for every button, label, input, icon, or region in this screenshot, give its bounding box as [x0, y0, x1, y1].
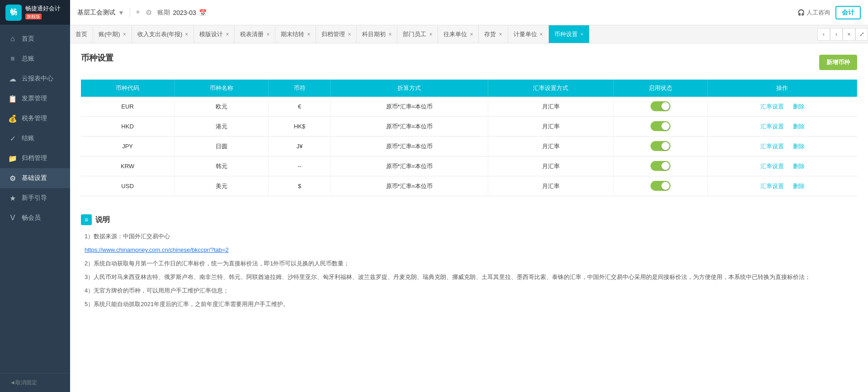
tab-close-icon[interactable]: ×	[307, 31, 310, 38]
rate-setting-link[interactable]: 汇率设置	[760, 183, 784, 189]
tab-close-all-button[interactable]: ×	[843, 28, 855, 41]
cell-symbol: --	[269, 156, 331, 176]
toggle-thumb	[661, 142, 670, 150]
cell-rate-method: 月汇率	[488, 137, 613, 156]
service-button[interactable]: 🎧 人工咨询	[797, 9, 830, 17]
cell-status	[613, 97, 708, 117]
cell-actions: 汇率设置 删除	[708, 156, 857, 176]
calendar-icon[interactable]: 📅	[199, 9, 207, 16]
tab-contacts[interactable]: 往来单位 ×	[438, 25, 479, 43]
sidebar-item-invoice[interactable]: 📋 发票管理	[0, 89, 70, 109]
cell-code: JPY	[81, 137, 175, 156]
topbar: 基层工会测试 ▼ + ⚙ 账期 2023-03 📅 🎧 人工咨询 会计	[70, 0, 868, 25]
toggle-enabled[interactable]	[651, 101, 670, 111]
toggle-track	[651, 181, 670, 191]
account-button[interactable]: 会计	[835, 6, 861, 19]
cell-calc-method: 原币*汇率=本位币	[331, 117, 488, 137]
tab-next-button[interactable]: ›	[830, 28, 843, 41]
table-row: HKD 港元 HK$ 原币*汇率=本位币 月汇率 汇率设置 删除	[81, 117, 857, 137]
toggle-enabled[interactable]	[651, 141, 670, 151]
cell-symbol: HK$	[269, 117, 331, 137]
tab-income-report[interactable]: 收入支出表(年报) ×	[132, 25, 194, 43]
tab-close-icon[interactable]: ×	[499, 31, 502, 38]
note-item: 2）系统自动获取每月第一个工作日的汇率标价，统一为直接标价法，即1外币可以兑换的…	[85, 258, 857, 269]
sidebar-logo: 畅 畅捷通好会计 旗舰版	[0, 0, 70, 25]
member-icon: V	[8, 213, 17, 222]
tab-close-icon[interactable]: ×	[388, 31, 392, 38]
tab-department[interactable]: 部门员工 ×	[397, 25, 438, 43]
table-row: USD 美元 $ 原币*汇率=本位币 月汇率 汇率设置 删除	[81, 176, 857, 196]
invoice-icon: 📋	[8, 94, 17, 103]
delete-link[interactable]: 删除	[793, 103, 805, 110]
tab-close-icon[interactable]: ×	[429, 31, 432, 38]
note-item: https://www.chinamoney.com.cn/chinese/bk…	[85, 244, 857, 256]
tab-archive[interactable]: 归档管理 ×	[316, 25, 357, 43]
sidebar-item-guide[interactable]: ★ 新手引导	[0, 188, 70, 208]
tab-home[interactable]: 首页	[70, 25, 93, 43]
cell-calc-method: 原币*汇率=本位币	[331, 97, 488, 117]
content-area: 币种设置 新增币种 币种代码 币种名称 币符 折算方式 汇率设置方式 启用状态 …	[70, 43, 868, 392]
tab-account-period[interactable]: 账(中期) ×	[93, 25, 132, 43]
toggle-enabled[interactable]	[651, 121, 670, 131]
col-header-calc: 折算方式	[331, 80, 488, 97]
tab-subject-init[interactable]: 科目期初 ×	[357, 25, 397, 43]
note-content: 1）数据来源：中国外汇交易中心https://www.chinamoney.co…	[81, 231, 857, 310]
settings-gear-button[interactable]: ⚙	[146, 8, 152, 17]
cell-code: KRW	[81, 156, 175, 176]
rate-setting-link[interactable]: 汇率设置	[760, 123, 784, 130]
rate-setting-link[interactable]: 汇率设置	[760, 143, 784, 150]
add-company-button[interactable]: +	[136, 8, 141, 17]
tab-close-icon[interactable]: ×	[226, 31, 229, 38]
delete-link[interactable]: 删除	[793, 183, 805, 189]
cell-symbol: J¥	[269, 137, 331, 156]
note-item: 3）人民币对马来西亚林吉特、俄罗斯卢布、南非兰特、韩元、阿联酋迪拉姆、沙特里亚尔…	[85, 271, 857, 283]
cell-status	[613, 137, 708, 156]
sidebar-item-checkout[interactable]: ✓ 结账	[0, 128, 70, 148]
cell-code: HKD	[81, 117, 175, 137]
sidebar-item-home[interactable]: ⌂ 首页	[0, 29, 70, 49]
cell-code: EUR	[81, 97, 175, 117]
tab-expand-button[interactable]: ⤢	[855, 28, 868, 41]
tab-prev-button[interactable]: ‹	[817, 28, 830, 41]
sidebar-item-settings[interactable]: ⚙ 基础设置	[0, 168, 70, 188]
sidebar-item-ledger[interactable]: ≡ 总账	[0, 49, 70, 69]
delete-link[interactable]: 删除	[793, 163, 805, 170]
sidebar-item-member[interactable]: V 畅会员	[0, 208, 70, 228]
tab-close-icon[interactable]: ×	[185, 31, 188, 38]
sidebar-item-tax[interactable]: 💰 税务管理	[0, 109, 70, 128]
tab-template-design[interactable]: 模版设计 ×	[194, 25, 235, 43]
tab-close-icon[interactable]: ×	[470, 31, 473, 38]
tab-close-icon[interactable]: ×	[123, 31, 126, 38]
sidebar-item-reports[interactable]: ☁ 云报表中心	[0, 69, 70, 89]
tab-close-icon[interactable]: ×	[266, 31, 269, 38]
toggle-track	[651, 141, 670, 151]
toggle-enabled[interactable]	[651, 161, 670, 171]
cell-code: USD	[81, 176, 175, 196]
tab-currency[interactable]: 币种设置 ×	[549, 25, 590, 43]
tab-unit[interactable]: 计量单位 ×	[508, 25, 549, 43]
tab-inventory[interactable]: 存货 ×	[479, 25, 508, 43]
company-selector[interactable]: 基层工会测试 ▼	[77, 9, 124, 17]
note-link[interactable]: https://www.chinamoney.com.cn/chinese/bk…	[85, 246, 229, 253]
new-currency-button[interactable]: 新增币种	[819, 55, 857, 70]
rate-setting-link[interactable]: 汇率设置	[760, 163, 784, 170]
note-header: ≡ 说明	[81, 214, 857, 225]
sidebar-nav: ⌂ 首页 ≡ 总账 ☁ 云报表中心 📋 发票管理 💰 税务管理 ✓ 结账 📁 归…	[0, 25, 70, 373]
tab-close-icon[interactable]: ×	[540, 31, 543, 38]
rate-setting-link[interactable]: 汇率设置	[760, 103, 784, 110]
toggle-thumb	[661, 182, 670, 190]
tab-tax-table[interactable]: 税表清册 ×	[235, 25, 275, 43]
tab-close-active-icon[interactable]: ×	[580, 31, 584, 38]
sidebar-item-archive[interactable]: 📁 归档管理	[0, 148, 70, 168]
delete-link[interactable]: 删除	[793, 143, 805, 150]
tab-period-end[interactable]: 期末结转 ×	[275, 25, 316, 43]
cell-rate-method: 月汇率	[488, 117, 613, 137]
col-header-rate-method: 汇率设置方式	[488, 80, 613, 97]
sidebar-pin-toggle[interactable]: ◄取消固定	[0, 373, 70, 392]
tab-close-icon[interactable]: ×	[348, 31, 351, 38]
col-header-name: 币种名称	[175, 80, 269, 97]
tabbar-arrows: ‹ › × ⤢	[817, 28, 868, 41]
toggle-enabled[interactable]	[651, 181, 670, 191]
delete-link[interactable]: 删除	[793, 123, 805, 130]
period-display: 账期 2023-03 📅	[157, 9, 206, 17]
